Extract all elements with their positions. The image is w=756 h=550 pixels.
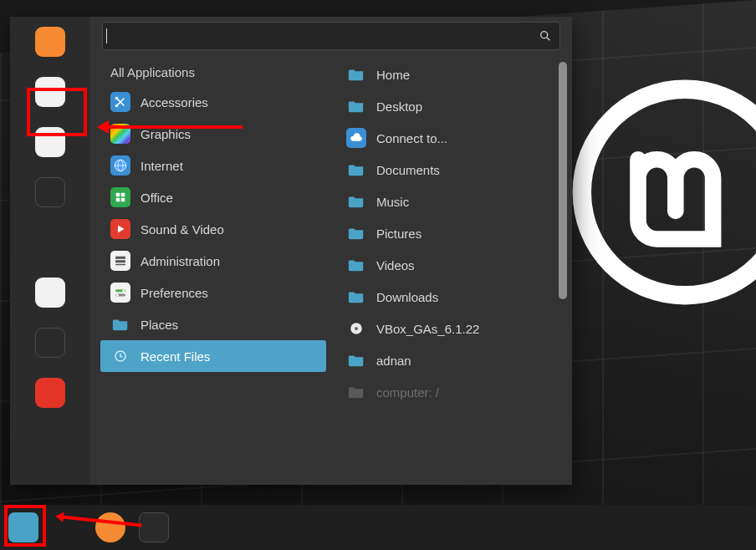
category-item-accessories[interactable]: Accessories — [100, 86, 326, 118]
search-box[interactable] — [102, 22, 560, 50]
place-label: Downloads — [376, 290, 438, 304]
scrollbar[interactable] — [559, 62, 567, 471]
place-label: Desktop — [376, 99, 422, 114]
folder-icon — [346, 287, 366, 307]
taskbar-files-button[interactable] — [182, 512, 212, 542]
place-item-home[interactable]: Home — [336, 59, 562, 90]
place-label: computer: / — [376, 385, 439, 400]
folder-icon — [346, 160, 366, 180]
category-label: Preferences — [140, 286, 208, 300]
folder-icon — [110, 314, 130, 334]
preferences-icon — [110, 283, 130, 303]
svg-rect-31 — [115, 257, 125, 259]
place-label: Home — [376, 68, 410, 82]
place-label: adnan — [376, 354, 411, 368]
favorites-column: $_ — [10, 17, 90, 485]
system-settings-button[interactable] — [35, 127, 65, 157]
disc-icon — [346, 318, 366, 339]
folder-icon — [346, 255, 366, 275]
category-item-graphics[interactable]: Graphics — [100, 118, 326, 150]
category-item-office[interactable]: Office — [100, 181, 326, 213]
folder-icon — [346, 96, 366, 116]
logout-button[interactable] — [35, 328, 65, 358]
folder-icon — [346, 191, 366, 211]
place-label: Pictures — [376, 227, 421, 241]
recent-icon — [110, 346, 130, 366]
place-label: Documents — [376, 163, 440, 177]
folder-icon — [346, 350, 366, 370]
globe-icon — [110, 155, 130, 176]
lock-screen-button[interactable] — [35, 278, 65, 308]
svg-rect-28 — [121, 193, 125, 197]
svg-rect-30 — [121, 198, 125, 202]
folder-icon — [346, 64, 366, 84]
show-applications-button[interactable] — [35, 77, 65, 107]
scrollbar-thumb[interactable] — [559, 62, 567, 299]
place-item-music[interactable]: Music — [336, 186, 562, 217]
svg-rect-33 — [115, 264, 125, 266]
search-input[interactable] — [107, 29, 531, 43]
category-label: Accessories — [140, 95, 208, 109]
category-label: Sound & Video — [140, 222, 224, 237]
places-list: Home Desktop Connect to... Documents — [336, 59, 562, 408]
categories-header: All Applications — [100, 59, 326, 86]
place-item-downloads[interactable]: Downloads — [336, 281, 562, 313]
start-menu: $_ — [10, 17, 572, 485]
category-item-preferences[interactable]: Preferences — [100, 277, 326, 308]
svg-rect-27 — [116, 193, 120, 197]
place-item-desktop[interactable]: Desktop — [336, 90, 562, 122]
place-label: Music — [376, 195, 409, 209]
svg-point-22 — [115, 104, 119, 108]
admin-icon — [110, 251, 130, 271]
svg-rect-32 — [115, 260, 125, 262]
taskbar-terminal-button[interactable]: $_ — [139, 512, 169, 542]
category-item-internet[interactable]: Internet — [100, 150, 326, 181]
svg-point-35 — [122, 289, 125, 292]
start-menu-button[interactable] — [8, 512, 38, 542]
cloud-icon — [346, 128, 366, 148]
svg-point-37 — [116, 294, 119, 297]
place-item-adnan[interactable]: adnan — [336, 344, 562, 376]
firefox-button[interactable] — [35, 27, 65, 57]
files-button[interactable] — [35, 227, 65, 257]
category-label: Administration — [140, 254, 220, 268]
taskbar-firefox-button[interactable] — [95, 512, 125, 542]
categories-column: All Applications Accessories Graphics In… — [95, 59, 331, 485]
search-icon — [531, 29, 559, 43]
category-item-sound-video[interactable]: Sound & Video — [100, 213, 326, 245]
place-item-computer-root[interactable]: computer: / — [336, 376, 562, 408]
office-icon — [110, 187, 130, 207]
places-column: Home Desktop Connect to... Documents — [331, 59, 567, 485]
svg-rect-29 — [116, 198, 120, 202]
category-label: Office — [140, 191, 173, 205]
place-item-pictures[interactable]: Pictures — [336, 217, 562, 249]
category-item-recent-files[interactable]: Recent Files — [100, 340, 326, 372]
category-item-administration[interactable]: Administration — [100, 245, 326, 277]
place-item-connect-to[interactable]: Connect to... — [336, 122, 562, 154]
taskbar: $_ — [0, 505, 756, 550]
category-label: Graphics — [140, 127, 191, 141]
place-label: Videos — [376, 258, 415, 272]
show-desktop-button[interactable] — [52, 512, 82, 542]
media-icon — [110, 219, 130, 239]
place-item-documents[interactable]: Documents — [336, 154, 562, 186]
category-label: Internet — [140, 159, 183, 173]
svg-point-40 — [355, 327, 358, 330]
place-item-videos[interactable]: Videos — [336, 249, 562, 281]
folder-dim-icon — [346, 382, 366, 402]
place-label: VBox_GAs_6.1.22 — [376, 322, 479, 336]
svg-point-23 — [115, 97, 119, 100]
place-label: Connect to... — [376, 131, 447, 145]
graphics-icon — [110, 124, 130, 144]
menu-main-area: All Applications Accessories Graphics In… — [90, 17, 572, 485]
category-label: Recent Files — [140, 349, 210, 364]
category-item-places[interactable]: Places — [100, 308, 326, 340]
folder-icon — [346, 223, 366, 243]
place-item-vbox-gas[interactable]: VBox_GAs_6.1.22 — [336, 313, 562, 344]
scissors-icon — [110, 92, 130, 112]
terminal-button[interactable]: $_ — [35, 177, 65, 207]
svg-point-21 — [541, 32, 548, 38]
category-label: Places — [140, 318, 178, 332]
power-button[interactable] — [35, 378, 65, 408]
